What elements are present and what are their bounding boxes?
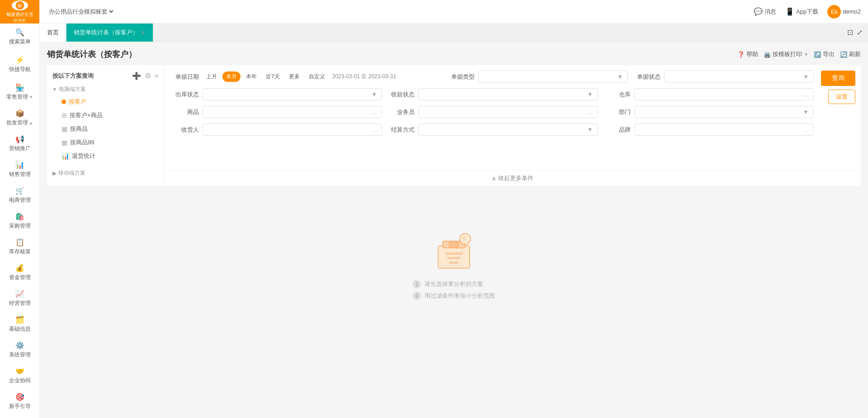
collapse-bar[interactable]: ∧ 收起更多条件 xyxy=(165,170,861,186)
scheme-item-returns[interactable]: 📊 退货统计 xyxy=(47,149,164,163)
collapse-label: 收起更多条件 xyxy=(498,174,533,182)
scheme-item-goods-label: 按商品 xyxy=(70,125,88,133)
brand-input[interactable]: … xyxy=(634,124,814,136)
account-dropdown[interactable]: 办公用品行业模拟账套 xyxy=(47,8,115,15)
main-area: 办公用品行业模拟账套 💬 消息 📱 App下载 Ea demo2 首页 xyxy=(40,0,868,418)
wholesale-expand-icon: ▲ xyxy=(29,120,33,125)
chart-icon: 📊 xyxy=(61,152,69,160)
date-range: 2023-03-01 至 2023-03-31 xyxy=(332,73,396,81)
receiver-input[interactable]: … xyxy=(203,124,382,136)
sidebar-item-sales[interactable]: 📊 销售管理 xyxy=(0,156,39,182)
shortcut-more[interactable]: 更多 xyxy=(285,71,303,82)
sidebar-item-inventory[interactable]: 📋 库存核算 xyxy=(0,233,39,259)
page-header: 销货单统计表（按客户） ❓ 帮助 🖨️ 按模板打印 ▼ ↗️ 导出 🔄 刷新 xyxy=(47,49,861,60)
sidebar-item-purchase-label: 采购管理 xyxy=(9,222,31,230)
grid-icon: ⊞ xyxy=(61,112,67,119)
help-icon: ❓ xyxy=(737,51,745,58)
empty-hint-2: 2 用过滤条件来缩小分析范围 xyxy=(413,292,495,300)
dept-arrow: ▼ xyxy=(803,109,809,115)
sidebar-item-guide[interactable]: 🎯 新手引导 xyxy=(0,388,39,414)
template-print-action[interactable]: 🖨️ 按模板打印 ▼ xyxy=(764,50,808,58)
sidebar-item-inventory-label: 库存核算 xyxy=(9,248,31,256)
scheme-header: 按以下方案查询 ➕ ⚙ « xyxy=(47,70,164,84)
goods-input[interactable]: … xyxy=(203,106,382,118)
collapse-scheme-icon[interactable]: « xyxy=(155,71,159,80)
tabbar: 首页 销货单统计表（按客户） ✕ ⊡ ⤢ xyxy=(40,24,868,42)
goods-dots: … xyxy=(371,109,377,115)
filter-field-staff: 业务员 … xyxy=(387,106,598,118)
scheme-item-goods[interactable]: ▦ 按商品 xyxy=(47,122,164,136)
sidebar-item-sales-label: 销售管理 xyxy=(9,171,31,178)
user-profile[interactable]: Ea demo2 xyxy=(827,5,861,19)
filter-row-3: 商品 … 业务员 … xyxy=(172,106,814,118)
tabbar-actions: ⊡ ⤢ xyxy=(847,28,868,37)
topbar-right: 💬 消息 📱 App下载 Ea demo2 xyxy=(754,5,861,19)
warehouse-dots: … xyxy=(803,91,809,98)
retail-icon: 🏪 xyxy=(15,83,24,92)
add-scheme-icon[interactable]: ➕ xyxy=(132,71,141,80)
sidebar-item-basic[interactable]: 🗂️ 基础信息 xyxy=(0,311,39,337)
scheme-header-title: 按以下方案查询 xyxy=(52,72,94,80)
payment-select[interactable]: ▼ xyxy=(418,124,598,136)
sidebar-item-search-label: 搜索菜单 xyxy=(9,38,31,46)
shortcut-this-year[interactable]: 本年 xyxy=(242,71,260,82)
avatar: Ea xyxy=(827,5,841,19)
sidebar-item-wholesale[interactable]: 📦 批发管理 ▲ xyxy=(0,104,39,130)
settings-button[interactable]: 设置 xyxy=(828,90,855,104)
app-download-item[interactable]: 📱 App下载 xyxy=(785,7,818,16)
shortcut-custom[interactable]: 自定义 xyxy=(305,71,329,82)
sidebar-item-quicknav[interactable]: ⚡ 快捷导航 xyxy=(0,51,39,77)
sidebar-item-marketing[interactable]: 📢 营销推广 xyxy=(0,130,39,156)
filter-field-warehouse: 仓库 … xyxy=(604,88,814,100)
warehouse-input[interactable]: … xyxy=(634,88,814,100)
dept-select[interactable]: ▼ xyxy=(634,106,814,118)
sidebar-item-collab[interactable]: 🤝 企业协同 xyxy=(0,362,39,388)
tab-sales-stat[interactable]: 销货单统计表（按客户） ✕ xyxy=(66,24,153,42)
sidebar-item-marketing-label: 营销推广 xyxy=(9,145,31,152)
desktop-group-title[interactable]: ▼ 电脑端方案 xyxy=(47,84,164,95)
topbar: 办公用品行业模拟账套 💬 消息 📱 App下载 Ea demo2 xyxy=(40,0,868,24)
sidebar-item-finance[interactable]: 💰 资金管理 xyxy=(0,259,39,285)
sidebar-item-retail[interactable]: 🏪 零售管理 ▼ xyxy=(0,79,39,104)
settings-scheme-icon[interactable]: ⚙ xyxy=(145,71,151,80)
order-status-select[interactable]: ▼ xyxy=(664,71,814,83)
shortcut-7days[interactable]: 近7天 xyxy=(262,71,283,82)
tab-close-icon[interactable]: ✕ xyxy=(141,29,146,36)
sidebar-item-retail-label: 零售管理 xyxy=(6,93,28,101)
order-type-select[interactable]: ▼ xyxy=(478,71,628,83)
sidebar-item-appstore[interactable]: 🔲 应用中心 xyxy=(0,414,39,418)
shortcut-this-month[interactable]: 本月 xyxy=(222,71,241,82)
message-item[interactable]: 💬 消息 xyxy=(754,7,776,16)
sidebar-item-ecommerce[interactable]: 🛒 电商管理 xyxy=(0,182,39,208)
sidebar-item-purchase[interactable]: 🛍️ 采购管理 xyxy=(0,208,39,233)
window-expand-icon[interactable]: ⤢ xyxy=(857,28,863,37)
content: 销货单统计表（按客户） ❓ 帮助 🖨️ 按模板打印 ▼ ↗️ 导出 🔄 刷新 xyxy=(40,42,868,418)
receiver-dots: … xyxy=(371,126,377,133)
window-restore-icon[interactable]: ⊡ xyxy=(847,28,853,37)
refresh-action[interactable]: 🔄 刷新 xyxy=(840,50,861,58)
scheme-item-customer[interactable]: 按客户 xyxy=(47,95,164,109)
staff-input[interactable]: … xyxy=(418,106,598,118)
scheme-item-customer-goods[interactable]: ⊞ 按客户+商品 xyxy=(47,109,164,122)
sidebar-item-search[interactable]: 🔍 搜索菜单 xyxy=(0,24,39,49)
tab-home[interactable]: 首页 xyxy=(40,24,66,42)
sidebar-item-system[interactable]: ⚙️ 系统管理 xyxy=(0,337,39,362)
payment-label: 结算方式 xyxy=(387,126,415,134)
tab-sales-stat-label: 销货单统计表（按客户） xyxy=(74,28,138,37)
mobile-group-title[interactable]: ▶ 移动端方案 xyxy=(47,166,164,180)
help-action[interactable]: ❓ 帮助 xyxy=(737,50,758,58)
shortcut-last-month[interactable]: 上月 xyxy=(203,71,221,82)
action-col: 查询 设置 xyxy=(821,65,861,168)
refresh-label: 刷新 xyxy=(849,50,861,58)
sidebar-item-operations[interactable]: 📈 经营管理 xyxy=(0,285,39,311)
hint-num-2: 2 xyxy=(413,292,421,300)
filter-field-payment: 结算方式 ▼ xyxy=(387,124,598,136)
svg-rect-4 xyxy=(448,241,459,248)
date-shortcuts: 上月 本月 本年 近7天 更多 自定义 xyxy=(203,71,329,82)
receipt-status-select[interactable]: ▼ xyxy=(418,88,598,100)
query-button[interactable]: 查询 xyxy=(821,71,855,86)
scheme-item-goods99[interactable]: ▦ 按商品99 xyxy=(47,136,164,149)
collapse-up-icon: ∧ xyxy=(492,175,496,182)
export-action[interactable]: ↗️ 导出 xyxy=(814,50,835,58)
out-status-select[interactable]: ▼ xyxy=(203,88,382,100)
